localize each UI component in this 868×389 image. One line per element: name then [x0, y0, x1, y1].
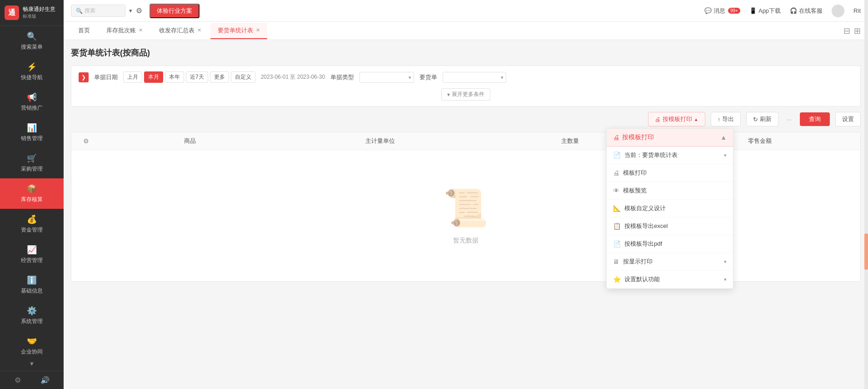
export-icon: ↑ — [718, 116, 721, 123]
inventory-icon: 📦 — [27, 184, 37, 194]
template-export-excel-item[interactable]: 📋 按模板导出excel — [607, 217, 733, 235]
table-gear-icon[interactable]: ⚙ — [83, 137, 89, 145]
tab-receivable-summary[interactable]: 收发存汇总表 ✕ — [152, 23, 209, 39]
expand-more-btn[interactable]: ▾ 展开更多条件 — [441, 88, 490, 101]
sidebar-label-quick-nav: 快捷导航 — [21, 74, 43, 81]
sidebar-item-purchase[interactable]: 🛒 采购管理 — [0, 148, 64, 178]
filter-date-label: 单据日期 — [94, 73, 118, 81]
sidebar-item-collab[interactable]: 🤝 企业协同 — [0, 331, 64, 357]
table-col-settings[interactable]: ⚙ — [77, 137, 95, 145]
quick-nav-icon: ⚡ — [27, 62, 37, 72]
print-dropdown-close-icon[interactable]: ▲ — [720, 134, 727, 141]
refresh-icon: ↻ — [753, 116, 758, 123]
app-logo-icon: 通 — [5, 5, 19, 20]
sidebar-label-finance: 资金管理 — [21, 226, 43, 234]
tab-inventory-batch[interactable]: 库存批次账 ✕ — [99, 23, 150, 39]
template-export-pdf-item[interactable]: 📄 按模板导出pdf — [607, 235, 733, 253]
sidebar-item-quick-nav[interactable]: ⚡ 快捷导航 — [0, 56, 64, 87]
more-options-btn[interactable]: ··· — [784, 114, 794, 125]
sidebar-item-finance[interactable]: 💰 资金管理 — [0, 209, 64, 239]
footer-speaker-icon[interactable]: 🔊 — [40, 376, 50, 384]
empty-text: 暂无数据 — [453, 237, 479, 245]
tab-order-stats-close[interactable]: ✕ — [256, 27, 260, 33]
system-icon: ⚙️ — [27, 306, 37, 316]
online-service-btn[interactable]: 🎧 在线客服 — [790, 7, 823, 15]
right-scrollbar[interactable] — [864, 0, 868, 389]
filter-order-label: 要货单 — [419, 73, 437, 81]
tab-inventory-batch-label: 库存批次账 — [106, 26, 136, 35]
tab-home[interactable]: 首页 — [71, 23, 97, 39]
sidebar-item-search[interactable]: 🔍 搜索菜单 — [0, 26, 64, 56]
tab-receivable-summary-label: 收发存汇总表 — [159, 26, 195, 35]
template-design-item[interactable]: 📐 模板自定义设计 — [607, 200, 733, 217]
table-col-retail-label: 零售金额 — [748, 137, 772, 144]
sidebar-label-marketing: 营销推广 — [21, 104, 43, 112]
date-btn-this-month[interactable]: 本月 — [144, 71, 163, 83]
sidebar-item-sales[interactable]: 📊 销售管理 — [0, 117, 64, 148]
sidebar-item-basic[interactable]: ℹ️ 基础信息 — [0, 270, 64, 300]
date-btn-this-year[interactable]: 本年 — [165, 71, 184, 83]
filter-doctype-select[interactable] — [359, 72, 414, 83]
print-label: 按模板打印 — [663, 115, 692, 123]
settings-btn[interactable]: 设置 — [835, 112, 861, 126]
table-col-unit: 主计量单位 — [285, 137, 475, 145]
default-func-icon: ⭐ — [613, 276, 621, 283]
tab-home-label: 首页 — [78, 26, 90, 35]
table-col-product: 商品 — [95, 137, 285, 145]
search-placeholder: 搜索 — [85, 7, 95, 15]
template-preview-item[interactable]: 👁 模板预览 — [607, 182, 733, 200]
trial-button[interactable]: 体验行业方案 — [150, 4, 200, 18]
tabs-expand-icon[interactable]: ⊞ — [854, 26, 861, 36]
date-btn-more[interactable]: 更多 — [210, 71, 229, 83]
refresh-label: 刷新 — [760, 115, 772, 123]
template-print-item[interactable]: 🖨 模板打印 — [607, 164, 733, 182]
main-content: 要货单统计表(按商品) ❯ 单据日期 上月 本月 本年 近7天 更多 自定义 2… — [64, 40, 868, 389]
page-title: 要货单统计表(按商品) — [71, 47, 861, 58]
default-func-item[interactable]: ⭐ 设置默认功能 ▾ — [607, 271, 733, 288]
data-table: ⚙ 商品 主计量单位 主数量 零售金额 📜 暂无数据 — [71, 132, 861, 282]
tabs-minimize-icon[interactable]: ⊟ — [843, 26, 850, 36]
finance-icon: 💰 — [27, 214, 37, 224]
tab-inventory-batch-close[interactable]: ✕ — [139, 27, 143, 33]
filter-date-range: 2023-06-01 至 2023-06-30 — [261, 73, 325, 81]
template-design-icon: 📐 — [613, 205, 621, 212]
app-download-label: App下载 — [758, 7, 781, 15]
date-btn-last-month[interactable]: 上月 — [123, 71, 142, 83]
sidebar-item-inventory[interactable]: 📦 库存核算 — [0, 178, 64, 209]
template-export-excel-icon: 📋 — [613, 222, 621, 230]
username: Rit — [853, 7, 861, 14]
template-export-excel-label: 按模板导出excel — [624, 222, 668, 230]
current-template-item[interactable]: 📄 当前：要货单统计表 ▾ — [607, 147, 733, 164]
export-btn[interactable]: ↑ 导出 — [711, 112, 741, 126]
settings-label: 设置 — [842, 115, 854, 123]
topbar-search[interactable]: 🔍 搜索 — [71, 5, 125, 17]
tabs-right-controls: ⊟ ⊞ — [843, 26, 861, 36]
print-template-btn[interactable]: 🖨 按模板打印 ▲ — [648, 112, 705, 126]
sidebar-item-marketing[interactable]: 📢 营销推广 — [0, 87, 64, 117]
sidebar-scroll-down[interactable]: ▼ — [0, 357, 64, 371]
footer-settings-icon[interactable]: ⚙ — [15, 376, 21, 384]
refresh-btn[interactable]: ↻ 刷新 — [746, 112, 778, 126]
template-export-excel-left: 📋 按模板导出excel — [613, 222, 668, 230]
filter-expand-arrow[interactable]: ❯ — [79, 72, 89, 82]
app-download-btn[interactable]: 📱 App下载 — [749, 7, 781, 15]
sidebar-footer: ⚙ 🔊 — [0, 371, 64, 389]
display-print-item[interactable]: 🖥 按显示打印 ▾ — [607, 253, 733, 271]
app-version: 标准版 — [23, 13, 55, 20]
sidebar-item-operations[interactable]: 📈 经营管理 — [0, 239, 64, 270]
user-avatar[interactable] — [832, 5, 844, 17]
filter-order-select[interactable] — [443, 72, 506, 83]
topbar-gear-icon[interactable]: ⚙ — [136, 6, 142, 15]
tab-receivable-summary-close[interactable]: ✕ — [197, 27, 201, 33]
date-btn-custom[interactable]: 自定义 — [231, 71, 255, 83]
topbar-dropdown-arrow[interactable]: ▾ — [129, 7, 132, 14]
display-print-chevron-icon: ▾ — [724, 259, 727, 265]
sidebar-item-system[interactable]: ⚙️ 系统管理 — [0, 300, 64, 331]
expand-chevron-icon: ▾ — [447, 91, 450, 98]
sidebar-label-collab: 企业协同 — [21, 348, 43, 356]
date-btn-7days[interactable]: 近7天 — [186, 71, 208, 83]
query-btn[interactable]: 查询 — [800, 112, 830, 126]
message-btn[interactable]: 💬 消息 99+ — [704, 7, 740, 15]
tab-order-stats[interactable]: 要货单统计表 ✕ — [210, 23, 267, 39]
marketing-icon: 📢 — [27, 92, 37, 102]
